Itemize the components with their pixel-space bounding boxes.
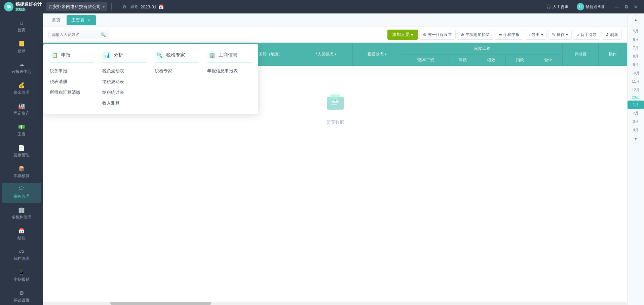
menu-item-tax-form[interactable]: 税表清册	[50, 78, 94, 85]
dropdown-menu: 📋 申报 税务申报 税表清册 所得税汇算清缴 📊 分析 税负波动表 纳税波动表 …	[43, 44, 258, 114]
menu-item-income-calc[interactable]: 所得税汇算清缴	[50, 89, 94, 96]
menu-item-tax-change[interactable]: 纳税波动表	[102, 78, 147, 85]
menu-section-analysis: 📊 分析 税负波动表 纳税波动表 纳税统计表 收入测算	[102, 50, 147, 107]
menu-item-income-algo[interactable]: 收入测算	[102, 100, 147, 107]
section-analysis-label: 分析	[114, 52, 123, 58]
section-expert-label: 税检专家	[166, 52, 185, 58]
menu-item-tax-expert[interactable]: 税检专家	[155, 67, 199, 75]
section-bizinfo-title: 🏢 工商信息	[207, 50, 252, 63]
section-declare-label: 申报	[61, 52, 71, 58]
bizinfo-items: 年报信息申报表	[207, 67, 252, 75]
menu-item-tax-declare[interactable]: 税务申报	[50, 67, 94, 75]
section-declare-title: 📋 申报	[50, 50, 94, 63]
section-analysis-title: 📊 分析	[102, 50, 147, 63]
section-bizinfo-label: 工商信息	[219, 52, 237, 58]
menu-section-expert: 🔍 税检专家 税检专家	[155, 50, 199, 107]
section-expert-title: 🔍 税检专家	[155, 50, 199, 63]
bizinfo-icon: 🏢	[207, 50, 217, 60]
analysis-icon: 📊	[102, 50, 112, 60]
menu-section-declare: 📋 申报 税务申报 税表清册 所得税汇算清缴	[50, 50, 94, 107]
expert-items: 税检专家	[155, 67, 199, 75]
menu-item-tax-burden[interactable]: 税负波动表	[102, 67, 147, 75]
menu-item-tax-stat[interactable]: 纳税统计表	[102, 89, 147, 96]
declare-icon: 📋	[50, 50, 59, 60]
expert-icon: 🔍	[155, 50, 164, 60]
declare-items: 税务申报 税表清册 所得税汇算清缴	[50, 67, 94, 96]
menu-section-bizinfo: 🏢 工商信息 年报信息申报表	[207, 50, 252, 107]
menu-item-annual-report[interactable]: 年报信息申报表	[207, 67, 252, 75]
analysis-items: 税负波动表 纳税波动表 纳税统计表 收入测算	[102, 67, 147, 107]
